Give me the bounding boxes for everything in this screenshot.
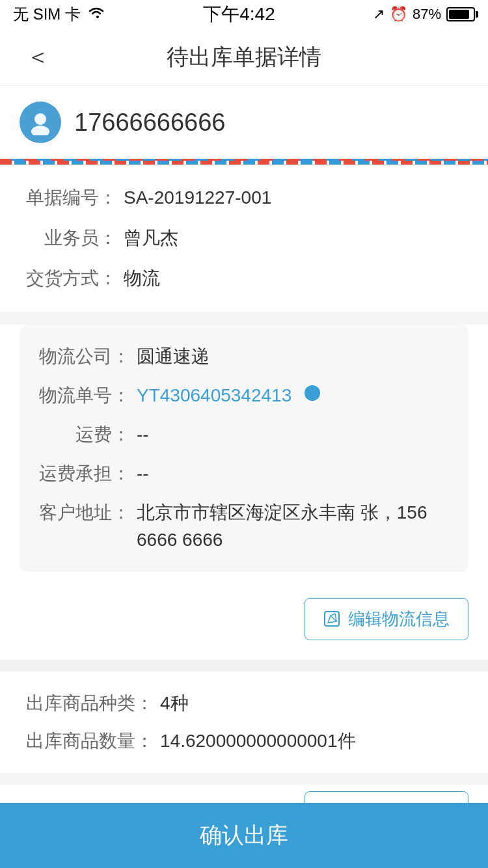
logistics-card: 物流公司： 圆通速递 物流单号： YT43064053424​13 运费： --…: [20, 325, 468, 572]
status-right: ↗ ⏰ 87%: [373, 6, 475, 23]
logistics-tracking-label: 物流单号：: [39, 382, 130, 409]
address-row: 客户地址： 北京市市辖区海淀区永丰南 张，156 6666 6666: [39, 499, 449, 554]
freight-bear-value: --: [130, 460, 449, 487]
delivery-label: 交货方式：: [26, 265, 117, 292]
goods-types-label: 出库商品种类：: [26, 691, 154, 716]
section-separator: [0, 660, 488, 671]
logistics-tracking-value: YT43064053424​13: [130, 382, 449, 409]
customer-phone: 17666666666: [74, 109, 225, 137]
avatar: [20, 102, 61, 143]
address-label: 客户地址：: [39, 499, 130, 526]
freight-bear-row: 运费承担： --: [39, 460, 449, 487]
confirm-outbound-button[interactable]: 确认出库: [200, 821, 288, 850]
svg-point-0: [34, 113, 46, 125]
carrier-label: 无 SIM 卡: [13, 4, 81, 25]
staff-label: 业务员：: [26, 224, 117, 252]
goods-quantity-label: 出库商品数量：: [26, 729, 154, 753]
staff-row: 业务员： 曾凡杰: [26, 224, 462, 252]
address-value: 北京市市辖区海淀区永丰南 张，156 6666 6666: [130, 499, 449, 554]
edit-logistics-button[interactable]: 编辑物流信息: [305, 598, 468, 640]
status-left: 无 SIM 卡: [13, 4, 105, 25]
goods-section: 出库商品种类： 4种 出库商品数量： 14.620000000000001件: [0, 671, 488, 773]
bottom-bar: 确认出库: [0, 803, 488, 868]
customer-header: 17666666666: [0, 86, 488, 161]
goods-types-value: 4种: [154, 691, 189, 716]
freight-label: 运费：: [39, 421, 130, 448]
order-info-section: 单据编号： SA-20191227-001 业务员： 曾凡杰 交货方式： 物流: [0, 165, 488, 312]
staff-value: 曾凡杰: [117, 224, 462, 252]
nav-bar: ＜ 待出库单据详情: [0, 29, 488, 86]
delivery-row: 交货方式： 物流: [26, 265, 462, 292]
status-time: 下午4:42: [203, 2, 275, 27]
goods-types-row: 出库商品种类： 4种: [26, 691, 462, 716]
logistics-company-label: 物流公司：: [39, 343, 130, 370]
battery-percentage: 87%: [413, 6, 441, 23]
freight-bear-label: 运费承担：: [39, 460, 130, 487]
logistics-tracking-row: 物流单号： YT43064053424​13: [39, 382, 449, 409]
alarm-icon: ⏰: [390, 6, 407, 23]
order-number-row: 单据编号： SA-20191227-001: [26, 184, 462, 211]
order-number-label: 单据编号：: [26, 184, 117, 211]
order-number-value: SA-20191227-001: [117, 184, 462, 211]
freight-value: --: [130, 421, 449, 448]
goods-quantity-row: 出库商品数量： 14.620000000000001件: [26, 729, 462, 753]
svg-rect-4: [325, 612, 339, 626]
back-button[interactable]: ＜: [20, 34, 56, 79]
battery-fill: [449, 10, 469, 19]
edit-btn-label: 编辑物流信息: [348, 608, 450, 631]
location-status-icon: ↗: [373, 6, 385, 23]
map-pin-icon[interactable]: [301, 384, 324, 407]
goods-quantity-value: 14.620000000000001件: [154, 729, 356, 753]
page-title: 待出库单据详情: [167, 42, 321, 72]
logistics-company-value: 圆通速递: [130, 343, 449, 370]
avatar-icon: [27, 109, 53, 135]
edit-icon: [323, 610, 342, 629]
status-bar: 无 SIM 卡 下午4:42 ↗ ⏰ 87%: [0, 0, 488, 29]
freight-row: 运费： --: [39, 421, 449, 448]
svg-point-1: [31, 126, 49, 135]
tracking-number: YT43064053424​13: [137, 382, 291, 409]
delivery-value: 物流: [117, 265, 462, 292]
wifi-icon: [87, 5, 105, 23]
logistics-company-row: 物流公司： 圆通速递: [39, 343, 449, 370]
battery-icon: [446, 7, 475, 21]
edit-action-row: 编辑物流信息: [0, 585, 488, 660]
